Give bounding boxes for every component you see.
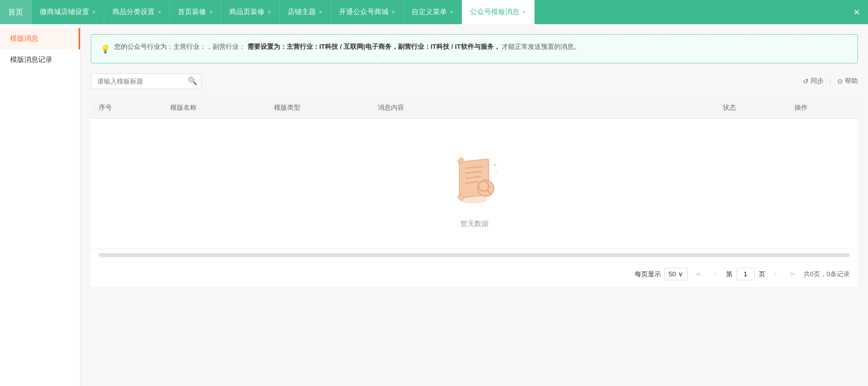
sidebar-item-template-msg[interactable]: 模版消息 <box>0 28 80 49</box>
data-table-container: 序号 模版名称 模版类型 消息内容 状态 <box>91 97 858 287</box>
empty-state-row: ✦ ✦ 暂无数据 <box>91 118 858 249</box>
close-custom-menu-tab-icon[interactable]: × <box>450 9 453 16</box>
close-product-deco-tab-icon[interactable]: × <box>268 9 271 16</box>
search-input-wrapper: 🔍 <box>91 73 202 89</box>
close-category-tab-icon[interactable]: × <box>158 9 161 16</box>
help-button[interactable]: ⊙ 帮助 <box>837 76 858 86</box>
page-size-label: 每页显示 <box>635 270 661 279</box>
nav-tab-wshop-settings[interactable]: 微商城店铺设置 × <box>32 0 104 24</box>
prev-page-button[interactable]: ‹ <box>709 268 722 281</box>
notice-highlight-text: 需要设置为：主营行业：IT科技 / 互联网|电子商务，副营行业：IT科技 / I… <box>247 43 500 50</box>
close-store-theme-tab-icon[interactable]: × <box>319 9 322 16</box>
scrollbar-track[interactable] <box>99 253 850 257</box>
svg-text:✦: ✦ <box>495 171 498 175</box>
nav-tab-custom-menu[interactable]: 自定义菜单 × <box>404 0 462 24</box>
nav-tab-store-theme[interactable]: 店铺主题 × <box>280 0 331 24</box>
page-unit-label: 页 <box>759 270 765 279</box>
search-bar: 🔍 ↺ 同步 | ⊙ 帮助 <box>91 73 858 89</box>
chevron-down-icon: ∨ <box>678 270 683 278</box>
nav-tab-category-label: 商品分类设置 <box>112 8 155 17</box>
main-layout: 模版消息 模版消息记录 💡 您的公众号行业为：主营行业：，副营行业： 需要设置为… <box>0 24 868 386</box>
first-page-button[interactable]: ⊲ <box>692 268 705 281</box>
sidebar: 模版消息 模版消息记录 <box>0 24 81 386</box>
toolbar-divider: | <box>830 78 831 85</box>
sync-button[interactable]: ↺ 同步 <box>803 76 824 86</box>
top-nav-bar: 首页 微商城店铺设置 × 商品分类设置 × 首页装修 × 商品页装修 × 店铺主… <box>0 0 868 24</box>
page-size-select: 每页显示 50 ∨ <box>635 268 687 280</box>
page-label: 第 <box>726 270 732 279</box>
close-wshop-tab-icon[interactable]: × <box>92 9 96 16</box>
empty-illustration: ✦ ✦ <box>444 149 505 209</box>
sidebar-item-template-msg-log[interactable]: 模版消息记录 <box>0 49 80 70</box>
page-number-input[interactable] <box>737 268 755 280</box>
page-summary: 共0页，0条记录 <box>804 270 850 279</box>
nav-tab-home[interactable]: 首页 <box>0 0 32 24</box>
sidebar-item-template-msg-label: 模版消息 <box>10 34 38 42</box>
nav-tab-store-theme-label: 店铺主题 <box>288 8 316 17</box>
nav-tab-home-label: 首页 <box>8 8 23 17</box>
nav-tab-open-mall[interactable]: 开通公众号商城 × <box>331 0 404 24</box>
col-header-action: 操作 <box>786 97 858 119</box>
close-open-mall-tab-icon[interactable]: × <box>391 9 395 16</box>
svg-text:✦: ✦ <box>493 162 497 168</box>
col-header-index: 序号 <box>91 97 162 119</box>
nav-tab-product-deco-label: 商品页装修 <box>229 8 264 17</box>
search-input[interactable] <box>91 73 202 89</box>
sync-icon: ↺ <box>803 78 809 85</box>
col-header-status: 状态 <box>715 97 786 119</box>
page-size-value: 50 <box>669 270 676 278</box>
nav-tab-template-msg[interactable]: 公众号模板消息 × <box>462 0 535 24</box>
help-icon: ⊙ <box>837 78 843 85</box>
page-size-dropdown[interactable]: 50 ∨ <box>664 268 687 280</box>
empty-text: 暂无数据 <box>460 219 489 228</box>
col-header-name: 模版名称 <box>162 97 266 119</box>
notice-box: 💡 您的公众号行业为：主营行业：，副营行业： 需要设置为：主营行业：IT科技 /… <box>91 34 858 63</box>
close-template-msg-tab-icon[interactable]: × <box>522 9 526 16</box>
nav-tab-product-decoration[interactable]: 商品页装修 × <box>221 0 280 24</box>
close-all-tabs-button[interactable]: ✕ <box>845 8 868 17</box>
search-icon[interactable]: 🔍 <box>188 76 197 86</box>
data-table: 序号 模版名称 模版类型 消息内容 状态 <box>91 97 858 249</box>
next-page-button[interactable]: › <box>769 268 782 281</box>
horizontal-scrollbar[interactable] <box>91 249 858 261</box>
nav-tab-open-mall-label: 开通公众号商城 <box>339 8 388 17</box>
table-header-row: 序号 模版名称 模版类型 消息内容 状态 <box>91 97 858 119</box>
toolbar-right: ↺ 同步 | ⊙ 帮助 <box>803 76 858 86</box>
nav-tab-wshop-label: 微商城店铺设置 <box>40 8 89 17</box>
empty-state: ✦ ✦ 暂无数据 <box>91 119 858 249</box>
notice-text-before: 您的公众号行业为：主营行业：，副营行业： <box>114 43 245 50</box>
close-home-deco-tab-icon[interactable]: × <box>209 9 213 16</box>
help-label: 帮助 <box>845 76 858 86</box>
sync-label: 同步 <box>811 76 824 86</box>
nav-tab-home-decoration[interactable]: 首页装修 × <box>170 0 221 24</box>
notice-text: 您的公众号行业为：主营行业：，副营行业： 需要设置为：主营行业：IT科技 / 互… <box>114 42 580 52</box>
pagination-bar: 每页显示 50 ∨ ⊲ ‹ 第 页 › ⊳ 共0页，0条记录 <box>91 261 858 287</box>
content-area: 💡 您的公众号行业为：主营行业：，副营行业： 需要设置为：主营行业：IT科技 /… <box>81 24 868 386</box>
nav-tab-custom-menu-label: 自定义菜单 <box>412 8 447 17</box>
nav-tab-template-msg-label: 公众号模板消息 <box>470 8 519 17</box>
col-header-content: 消息内容 <box>370 97 715 119</box>
last-page-button[interactable]: ⊳ <box>786 268 799 281</box>
nav-tab-product-category[interactable]: 商品分类设置 × <box>104 0 170 24</box>
notice-icon: 💡 <box>100 43 110 56</box>
nav-tab-home-deco-label: 首页装修 <box>178 8 206 17</box>
sidebar-item-template-msg-log-label: 模版消息记录 <box>10 55 52 63</box>
col-header-type: 模版类型 <box>266 97 370 119</box>
notice-text-after: 才能正常发送预置的消息。 <box>502 43 580 50</box>
